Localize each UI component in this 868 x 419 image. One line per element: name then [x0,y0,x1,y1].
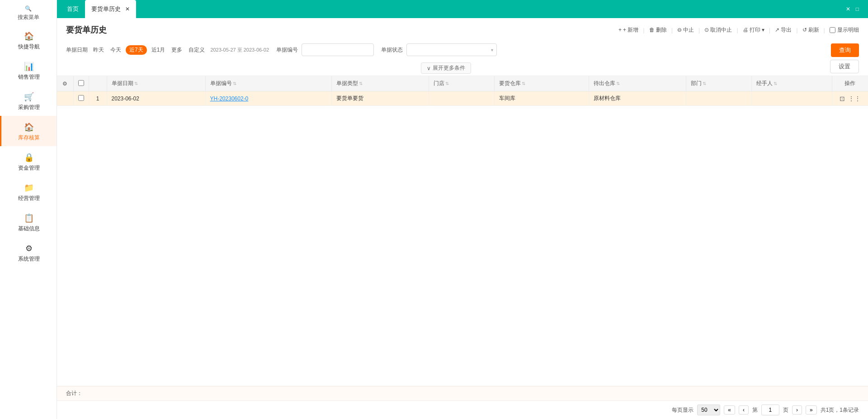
tab-close-icon[interactable]: ✕ [125,6,130,12]
td-pending-warehouse: 原材料仓库 [589,91,686,106]
th-pending-warehouse[interactable]: 待出仓库 ⇅ [589,76,686,91]
td-num: 1 [89,91,107,106]
date-btn-last-month[interactable]: 近1月 [150,45,167,55]
next-page-button[interactable]: › [792,405,802,414]
doc-no-link[interactable]: YH-20230602-0 [210,95,249,102]
th-doc-type[interactable]: 单据类型 ⇅ [332,76,429,91]
show-detail-input[interactable] [830,27,835,33]
sidebar-item-finance[interactable]: 🔒 资金管理 [0,146,57,176]
expand-icon: ∨ [427,65,431,71]
td-checkbox[interactable] [73,91,89,106]
th-req-warehouse[interactable]: 要货仓库 ⇅ [495,76,589,91]
sidebar-item-label: 库存核算 [18,134,40,142]
th-operation: 操作 [832,76,868,91]
date-btn-today[interactable]: 今天 [108,45,123,55]
page-size-select[interactable]: 20 50 100 [697,405,720,415]
date-btn-last7[interactable]: 近7天 [126,45,147,55]
page-number-input[interactable] [761,405,779,415]
expand-more-button[interactable]: ∨ 展开更多条件 [421,62,471,74]
add-button[interactable]: + + 新增 [618,26,638,34]
delete-button[interactable]: 🗑 删除 [649,26,667,34]
print-button[interactable]: 🖨 打印 ▾ [743,26,764,34]
th-doc-no[interactable]: 单据编号 ⇅ [205,76,332,91]
topbar-maximize-icon[interactable]: □ [856,6,859,12]
operation-icon: 📁 [24,183,34,193]
refresh-icon: ↺ [802,27,807,33]
select-all-checkbox[interactable] [78,80,84,86]
pagination: 每页显示 20 50 100 « ‹ 第 页 › » 共1页，1条记录 [57,400,868,419]
doc-number-filter-group: 单据编号 [276,43,374,56]
page-label: 第 [752,406,758,414]
page-header: 要货单历史 + + 新增 | 🗑 删除 | ⊖ 中止 | ⊙ [57,18,868,40]
td-req-warehouse: 车间库 [495,91,589,106]
sidebar-item-label: 经营管理 [18,195,40,202]
table-header-row: ⚙ 单据日期 ⇅ [57,76,868,91]
td-date: 2023-06-02 [107,91,205,106]
date-btn-yesterday[interactable]: 昨天 [91,45,106,55]
more-icon[interactable]: ⋮⋮ [848,95,861,102]
refresh-button[interactable]: ↺ 刷新 [802,26,819,34]
doc-status-label: 单据状态 [381,46,403,54]
sidebar-item-sales[interactable]: 📊 销售管理 [0,55,57,86]
sort-icon-store: ⇅ [445,81,449,86]
purchase-icon: 🛒 [24,92,34,102]
show-detail-checkbox[interactable]: 显示明细 [830,26,859,34]
export-button[interactable]: ↗ 导出 [775,26,792,34]
td-handler [752,91,832,106]
topbar-right: ✕ □ [846,6,864,12]
inventory-icon: 🏠 [24,122,34,132]
sidebar-item-purchase[interactable]: 🛒 采购管理 [0,86,57,116]
date-btn-more[interactable]: 更多 [170,45,184,55]
sort-icon-req-warehouse: ⇅ [522,81,525,86]
print-icon: 🖨 [743,27,748,33]
date-filter-group: 单据日期 昨天 今天 近7天 近1月 更多 自定义 2023-05-27 至 2… [66,45,269,55]
filter-fields: 单据日期 昨天 今天 近7天 近1月 更多 自定义 2023-05-27 至 2… [66,43,826,74]
sidebar-item-label: 采购管理 [18,104,40,111]
sidebar-item-basic[interactable]: 📋 基础信息 [0,207,57,237]
td-doc-no[interactable]: YH-20230602-0 [205,91,332,106]
doc-number-input[interactable] [302,43,374,56]
row-checkbox[interactable] [78,95,84,101]
doc-status-filter-group: 单据状态 ▾ [381,43,497,56]
page-title: 要货单历史 [66,24,107,35]
sidebar-item-system[interactable]: ⚙ 系统管理 [0,237,57,267]
date-btn-custom[interactable]: 自定义 [187,45,207,55]
table-footer: 合计： [57,386,868,400]
filter-area: 单据日期 昨天 今天 近7天 近1月 更多 自定义 2023-05-27 至 2… [57,40,868,76]
tab-requisition-history[interactable]: 要货单历史 ✕ [85,0,136,18]
cancel-stop-button[interactable]: ⊙ 取消中止 [704,26,732,34]
sidebar-item-inventory[interactable]: 🏠 库存核算 [0,116,57,146]
th-handler[interactable]: 经手人 ⇅ [752,76,832,91]
sidebar-item-quick-nav[interactable]: 🏠 快捷导航 [0,25,57,55]
th-checkbox[interactable] [73,76,89,91]
prev-page-button[interactable]: ‹ [739,405,749,414]
first-page-button[interactable]: « [724,405,735,414]
doc-status-select[interactable] [406,43,497,56]
search-menu[interactable]: 🔍 搜索菜单 [0,0,57,25]
requisition-table: ⚙ 单据日期 ⇅ [57,76,868,106]
sidebar: 🔍 搜索菜单 🏠 快捷导航 📊 销售管理 🛒 采购管理 🏠 库存核算 🔒 资金管… [0,0,57,419]
topbar-close-icon[interactable]: ✕ [846,6,850,12]
export-icon: ↗ [775,27,779,33]
td-dept [686,91,752,106]
sidebar-item-operation[interactable]: 📁 经营管理 [0,176,57,207]
date-filter-label: 单据日期 [66,46,88,54]
th-store[interactable]: 门店 ⇅ [429,76,495,91]
sidebar-item-label: 基础信息 [18,225,40,233]
last-page-button[interactable]: » [806,405,817,414]
view-icon[interactable]: ⊡ [840,95,845,102]
tab-home[interactable]: 首页 [61,0,85,18]
sidebar-item-label: 系统管理 [18,255,40,263]
th-dept[interactable]: 部门 ⇅ [686,76,752,91]
th-date[interactable]: 单据日期 ⇅ [107,76,205,91]
query-button[interactable]: 查询 [831,43,859,57]
stop-button[interactable]: ⊖ 中止 [677,26,694,34]
th-settings[interactable]: ⚙ [57,76,73,91]
sidebar-item-label: 销售管理 [18,73,40,81]
home-icon: 🏠 [24,31,34,41]
sidebar-item-label: 快捷导航 [18,43,40,51]
th-num [89,76,107,91]
settings-button[interactable]: 设置 [830,60,859,73]
stop-icon: ⊖ [677,27,682,33]
sort-icon-dept: ⇅ [703,81,706,86]
